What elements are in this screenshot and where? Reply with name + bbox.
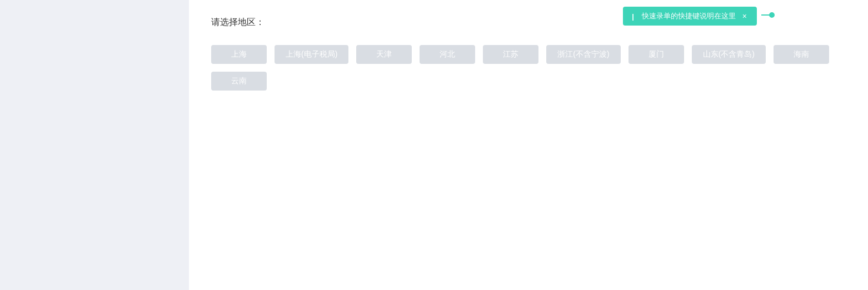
region-button-shanghai-etax[interactable]: 上海(电子税局) <box>275 45 348 64</box>
tooltip-close-button[interactable]: × <box>741 12 748 21</box>
region-button-yunnan[interactable]: 云南 <box>211 72 267 91</box>
region-button-xiamen[interactable]: 厦门 <box>628 45 684 64</box>
tooltip-banner: 快速录单的快捷键说明在这里 × <box>623 7 757 26</box>
region-button-hainan[interactable]: 海南 <box>774 45 829 64</box>
main-content: 请选择地区： 上海上海(电子税局)天津河北江苏浙江(不含宁波)厦门山东(不含青岛… <box>189 0 868 290</box>
region-button-shandong[interactable]: 山东(不含青岛) <box>692 45 766 64</box>
region-button-shanghai[interactable]: 上海 <box>211 45 267 64</box>
region-button-hebei[interactable]: 河北 <box>420 45 475 64</box>
region-button-tianjin[interactable]: 天津 <box>356 45 412 64</box>
tooltip-connector-dot <box>769 12 775 18</box>
region-buttons-container: 上海上海(电子税局)天津河北江苏浙江(不含宁波)厦门山东(不含青岛)海南云南 <box>211 45 846 91</box>
left-sidebar <box>0 0 189 290</box>
region-button-jiangsu[interactable]: 江苏 <box>483 45 538 64</box>
region-button-zhejiang[interactable]: 浙江(不含宁波) <box>546 45 620 64</box>
tooltip-text: 快速录单的快捷键说明在这里 <box>642 11 736 21</box>
